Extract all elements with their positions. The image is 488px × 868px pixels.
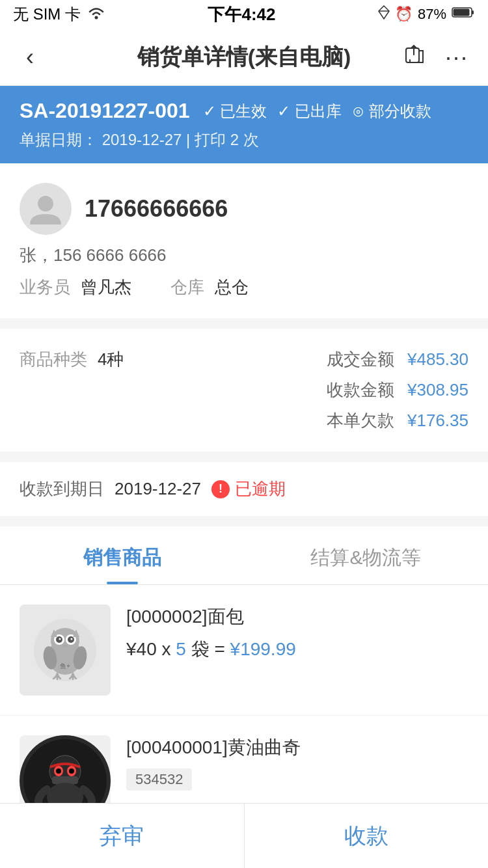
status-left: 无 SIM 卡 [13, 4, 105, 25]
total-amount-value: ¥485.30 [407, 349, 468, 370]
product-unit-1: 袋 [191, 639, 210, 659]
share-icon[interactable] [405, 44, 426, 70]
customer-phone-display: 17666666666 [85, 195, 228, 223]
nav-right-actions: ··· [405, 44, 468, 71]
customer-section: 17666666666 张，156 6666 6666 业务员 曾凡杰 仓库 总… [0, 163, 488, 318]
badge-partial: ⊙ 部分收款 [352, 101, 431, 122]
svg-point-26 [69, 768, 74, 774]
warehouse-name: 总仓 [215, 276, 249, 299]
order-header: SA-20191227-001 ✓ 已生效 ✓ 已出库 ⊙ 部分收款 单据日期：… [0, 86, 488, 163]
badge-shipped: ✓ 已出库 [277, 101, 342, 122]
product-thumb-1: 鱼+ [20, 604, 111, 696]
warehouse-info: 仓库 总仓 [170, 276, 249, 299]
product-info-1: [0000002]面包 ¥40 x 5 袋 = ¥199.99 [126, 604, 468, 662]
svg-rect-3 [453, 9, 469, 16]
product-name-1: [0000002]面包 [126, 604, 468, 629]
svg-point-14 [71, 638, 73, 640]
status-bar: 无 SIM 卡 下午4:42 ⏰ 87% [0, 0, 488, 29]
bottom-bar: 弃审 收款 [0, 803, 488, 868]
print-count: 2 [230, 131, 239, 148]
date-label: 单据日期： [20, 131, 98, 148]
collect-payment-button[interactable]: 收款 [245, 804, 489, 868]
overdue-text: 已逾期 [235, 478, 286, 500]
battery-text: 87% [418, 6, 446, 23]
nav-bar: ‹ 销货单详情(来自电脑) ··· [0, 29, 488, 86]
product-item-1: 鱼+ [0000002]面包 ¥40 x 5 袋 = ¥199.99 [0, 585, 488, 716]
product-count: 4种 [98, 348, 124, 371]
due-date-value: 2019-12-27 [115, 479, 201, 499]
product-price-base-1: ¥40 [126, 639, 157, 659]
product-tag-2: 534532 [126, 768, 192, 791]
badge-effective: ✓ 已生效 [203, 101, 267, 122]
sales-name: 曾凡杰 [81, 276, 131, 299]
tab-settlement-logistics[interactable]: 结算&物流等 [244, 526, 488, 584]
owed-label: 本单欠款 [327, 409, 394, 432]
total-amount-row: 成交金额 ¥485.30 [327, 348, 468, 371]
status-time: 下午4:42 [208, 3, 275, 26]
print-label: | 打印 [186, 131, 226, 148]
received-label: 收款金额 [327, 379, 394, 401]
carrier-text: 无 SIM 卡 [13, 4, 81, 25]
print-suffix: 次 [243, 131, 259, 148]
svg-point-13 [59, 638, 61, 640]
owed-row: 本单欠款 ¥176.35 [327, 409, 468, 432]
overdue-icon: ! [211, 480, 230, 498]
product-qty-1: 5 [176, 639, 186, 659]
battery-icon [452, 6, 475, 23]
sales-info: 业务员 曾凡杰 [20, 276, 131, 299]
received-value: ¥308.95 [407, 380, 468, 400]
page-title: 销货单详情(来自电脑) [137, 42, 351, 72]
product-price-1: ¥40 x 5 袋 = ¥199.99 [126, 637, 468, 662]
due-date-section: 收款到期日 2019-12-27 ! 已逾期 [0, 462, 488, 516]
wifi-icon [87, 5, 105, 23]
due-date-label: 收款到期日 [20, 478, 104, 500]
location-icon [378, 5, 390, 23]
order-id: SA-20191227-001 [20, 99, 190, 123]
owed-value: ¥176.35 [407, 411, 468, 431]
alarm-icon: ⏰ [395, 6, 413, 23]
svg-point-5 [38, 196, 53, 211]
order-date: 2019-12-27 [102, 131, 182, 148]
product-type-label: 商品种类 [20, 348, 87, 371]
order-date-row: 单据日期： 2019-12-27 | 打印 2 次 [20, 129, 468, 150]
svg-rect-4 [406, 48, 419, 62]
back-button[interactable]: ‹ [20, 37, 40, 77]
avatar [20, 183, 72, 235]
warehouse-label: 仓库 [170, 276, 204, 299]
svg-point-25 [56, 768, 61, 774]
overdue-badge: ! 已逾期 [211, 478, 286, 500]
product-total-1: ¥199.99 [230, 639, 296, 659]
product-name-2: [000400001]黄油曲奇 [126, 735, 468, 760]
more-icon[interactable]: ··· [445, 44, 468, 71]
sales-label: 业务员 [20, 276, 70, 299]
tab-sales-products[interactable]: 销售商品 [0, 526, 244, 584]
abandon-review-button[interactable]: 弃审 [0, 804, 245, 868]
svg-text:鱼+: 鱼+ [60, 662, 70, 670]
svg-rect-2 [472, 10, 474, 14]
svg-point-0 [95, 16, 98, 20]
status-right: ⏰ 87% [378, 5, 475, 23]
customer-contact: 张，156 6666 6666 [20, 244, 468, 267]
tabs-section: 销售商品 结算&物流等 [0, 526, 488, 585]
received-row: 收款金额 ¥308.95 [327, 379, 468, 401]
total-amount-label: 成交金额 [327, 348, 394, 371]
summary-section: 商品种类 4种 成交金额 ¥485.30 收款金额 ¥308.95 本单欠款 ¥… [0, 329, 488, 452]
